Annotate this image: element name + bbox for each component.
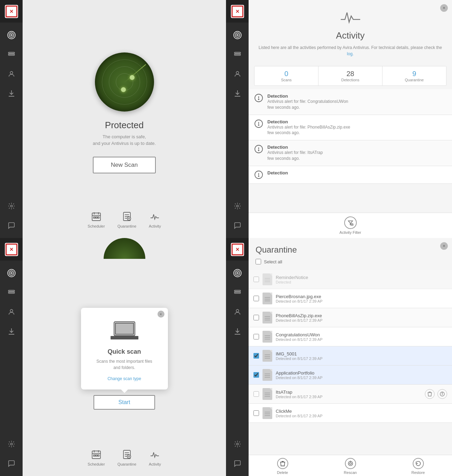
scans-count: 0	[284, 70, 288, 78]
rescan-icon	[345, 458, 356, 469]
sidebar-messages-p3[interactable]	[0, 454, 23, 473]
nav-item-quarantine[interactable]: Quarantine	[118, 211, 136, 228]
sidebar-user-p4[interactable]	[226, 303, 249, 321]
bottom-nav-panel3: Scheduler Quarantine Activity	[88, 449, 161, 466]
sidebar-item-user[interactable]	[0, 65, 23, 83]
dialog-close-button[interactable]: ×	[158, 311, 164, 318]
activity-label: Activity	[149, 224, 161, 228]
protected-subtitle: The computer is safe, and your Antivirus…	[93, 133, 156, 147]
sidebar-messages-p4[interactable]	[226, 454, 249, 473]
avira-brand-icon-p3	[5, 243, 18, 256]
protected-title: Protected	[105, 120, 144, 131]
activity-close-button[interactable]: ×	[440, 4, 448, 12]
nav-scheduler-p3[interactable]: Scheduler	[88, 449, 105, 466]
sidebar-download-p4[interactable]	[226, 322, 249, 340]
q-item-name: PierceBrosnan.jpg.exe	[276, 294, 447, 299]
sidebar-messages-p2[interactable]	[226, 216, 249, 235]
activity-item-title: Detection	[267, 145, 446, 150]
sidebar-user-p3[interactable]	[0, 303, 23, 321]
avira-brand-icon	[5, 5, 18, 18]
sidebar-nav-panel2	[226, 23, 249, 197]
svg-point-0	[8, 31, 15, 39]
quarantine-label: Quarantine	[118, 224, 136, 228]
sidebar-item-profile-p2[interactable]	[226, 46, 249, 64]
nav-item-scheduler[interactable]: Scheduler	[88, 211, 105, 228]
scans-label: Scans	[281, 78, 292, 82]
q-checkbox-piercebrosnan[interactable]	[253, 296, 259, 301]
sidebar-settings-p4[interactable]	[226, 435, 249, 453]
sidebar-profile-p4[interactable]	[226, 284, 249, 302]
panel-quick-scan: × Quick scan Scans the most important fi…	[0, 238, 226, 476]
sidebar-settings-p2[interactable]	[226, 197, 249, 215]
new-scan-button[interactable]: New Scan	[93, 157, 156, 173]
sidebar-settings-p3[interactable]	[0, 435, 23, 453]
delete-label: Delete	[277, 470, 288, 475]
footer-restore-action[interactable]: Restore	[384, 458, 452, 475]
sidebar-scan-p4[interactable]	[226, 264, 249, 282]
change-scan-link[interactable]: Change scan type	[107, 376, 141, 381]
q-item-actions	[425, 389, 447, 399]
sidebar-item-profile[interactable]	[0, 46, 23, 64]
stat-detections[interactable]: 28 Detections	[318, 66, 382, 85]
quick-scan-dialog: × Quick scan Scans the most important fi…	[81, 308, 168, 389]
svg-point-49	[10, 310, 13, 312]
stat-scans[interactable]: 0 Scans	[255, 66, 318, 85]
svg-point-36	[258, 150, 259, 151]
start-scan-button[interactable]: Start	[94, 395, 155, 410]
sidebar-download-p3[interactable]	[0, 322, 23, 340]
quick-scan-main: × Quick scan Scans the most important fi…	[23, 238, 226, 476]
svg-point-33	[258, 125, 259, 125]
q-item-info: PhoneBillAsZip.zip.exe Detected on 8/1/1…	[276, 313, 447, 322]
svg-point-80	[349, 462, 351, 464]
select-all-checkbox[interactable]	[256, 259, 261, 264]
svg-point-5	[10, 72, 13, 74]
stat-quarantine[interactable]: 9 Quarantine	[382, 66, 446, 85]
q-item-date: Detected on 8/1/17 2:39 AP	[276, 318, 447, 322]
footer-rescan-action[interactable]: Rescan	[316, 458, 384, 475]
footer-delete-action[interactable]: Delete	[249, 458, 316, 475]
q-checkbox-remindernotice[interactable]	[253, 277, 259, 282]
sidebar-item-settings[interactable]	[0, 197, 23, 215]
sidebar-item-scan-p2[interactable]	[226, 26, 249, 44]
sidebar-item-user-p2[interactable]	[226, 65, 249, 83]
avira-logo-p2	[226, 0, 249, 23]
q-file-icon	[263, 388, 272, 400]
svg-point-1	[9, 33, 14, 38]
q-checkbox-phonebill[interactable]	[253, 315, 259, 320]
nav-quarantine-p3[interactable]: Quarantine	[118, 449, 136, 466]
sidebar-bottom-panel1	[0, 197, 23, 238]
q-checkbox-clickme[interactable]	[253, 410, 259, 416]
svg-rect-60	[96, 455, 97, 456]
q-info-action[interactable]	[437, 389, 447, 399]
nav-item-activity[interactable]: Activity	[149, 211, 161, 228]
sidebar-nav-panel1	[0, 23, 23, 197]
sidebar-item-download[interactable]	[0, 84, 23, 102]
svg-point-69	[234, 269, 241, 277]
quarantine-item-piercebrosnan: PierceBrosnan.jpg.exe Detected on 8/1/17…	[249, 289, 452, 308]
svg-point-2	[10, 34, 12, 36]
quarantine-close-button[interactable]: ×	[440, 242, 448, 250]
q-checkbox-congrats[interactable]	[253, 334, 259, 339]
q-checkbox-itsatrap[interactable]	[253, 391, 259, 397]
activity-log-link[interactable]: log.	[347, 51, 354, 56]
quarantine-count: 9	[412, 70, 416, 78]
q-delete-action[interactable]	[425, 389, 435, 399]
quarantine-item-congrats: CongratulationsUWon Detected on 8/1/17 2…	[249, 327, 452, 346]
q-checkbox-img5001[interactable]	[253, 353, 259, 359]
sidebar-scan-p3[interactable]	[0, 264, 23, 282]
q-file-icon	[263, 312, 272, 323]
activity-list-item: Detection Antivirus alert for file: Cong…	[249, 89, 452, 115]
sidebar-profile-p3[interactable]	[0, 284, 23, 302]
q-item-date: Detected on 8/1/17 2:39 AP	[276, 356, 447, 361]
activity-filter-icon[interactable]	[344, 216, 357, 229]
q-item-info: CongratulationsUWon Detected on 8/1/17 2…	[276, 332, 447, 342]
bottom-nav-panel1: Scheduler Quarantine Activity	[88, 211, 161, 228]
sidebar-panel1	[0, 0, 23, 238]
nav-activity-p3[interactable]: Activity	[149, 449, 161, 466]
sidebar-item-messages[interactable]	[0, 216, 23, 235]
sidebar-item-download-p2[interactable]	[226, 84, 249, 102]
q-checkbox-appportfolio[interactable]	[253, 372, 259, 378]
svg-point-78	[442, 393, 443, 393]
sidebar-item-scan[interactable]	[0, 26, 23, 44]
svg-rect-48	[8, 292, 14, 293]
